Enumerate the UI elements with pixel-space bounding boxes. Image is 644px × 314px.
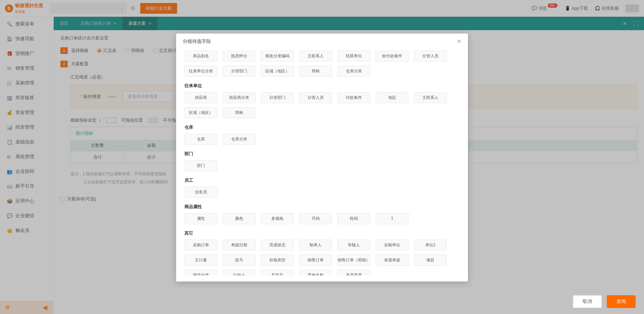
field-picker-modal: 分组待选字段 ✕ 商品别名拣货秤分税收分类编码主联系人结算单位收付款条件分管人员…: [176, 34, 468, 281]
field-chip[interactable]: 单据日期: [223, 240, 256, 251]
field-chip[interactable]: 分管人员: [299, 92, 332, 103]
field-chip[interactable]: 属性: [184, 213, 217, 224]
field-chip[interactable]: 业务员: [184, 187, 217, 198]
cancel-button[interactable]: 取消: [573, 295, 602, 308]
field-chip[interactable]: 税收分类编码: [261, 51, 294, 62]
field-chip[interactable]: 仓库分类: [337, 66, 370, 77]
field-chip[interactable]: 付款条件: [337, 92, 370, 103]
field-chip[interactable]: 是否开票: [337, 270, 370, 275]
field-chip[interactable]: 结算单位: [337, 51, 370, 62]
field-chip[interactable]: 分管人员: [414, 51, 447, 62]
field-chip[interactable]: 地区: [376, 92, 409, 103]
section-title: 往来单位: [184, 83, 460, 89]
field-chip[interactable]: 项目: [414, 255, 447, 266]
close-icon[interactable]: ✕: [457, 38, 461, 45]
field-chip[interactable]: 供应商分类: [223, 92, 256, 103]
field-chip[interactable]: 尺码: [299, 213, 332, 224]
field-chip[interactable]: 简称: [223, 107, 256, 118]
field-chip[interactable]: 简称: [299, 66, 332, 77]
field-chip[interactable]: 项目分类: [184, 270, 217, 275]
field-chip[interactable]: 零件名称: [299, 270, 332, 275]
modal-title: 分组待选字段: [183, 39, 211, 45]
field-chip[interactable]: 采购单位: [376, 240, 409, 251]
field-chip[interactable]: 来源单据: [376, 255, 409, 266]
section-title: 员工: [184, 177, 460, 183]
field-chip[interactable]: 车架号: [261, 270, 294, 275]
field-chip[interactable]: 颜色: [223, 213, 256, 224]
field-chip[interactable]: 审核人: [337, 240, 370, 251]
field-chip[interactable]: 主联系人: [414, 92, 447, 103]
horizontal-scrollbar[interactable]: [183, 275, 461, 279]
field-chip[interactable]: 价格类型: [261, 255, 294, 266]
field-chip[interactable]: 主联系人: [299, 51, 332, 62]
field-chip[interactable]: 多规格: [261, 213, 294, 224]
field-chip[interactable]: 制单人: [299, 240, 332, 251]
field-chip[interactable]: 主计量: [184, 255, 217, 266]
field-chip[interactable]: 往来单位分类: [184, 66, 217, 77]
query-button[interactable]: 查询: [607, 295, 636, 308]
field-chip[interactable]: 收付款条件: [376, 51, 409, 62]
field-chip[interactable]: 拣货秤分: [223, 51, 256, 62]
field-chip[interactable]: 供应商: [184, 92, 217, 103]
field-chip[interactable]: 批号: [223, 255, 256, 266]
field-chip[interactable]: 销售订单: [299, 255, 332, 266]
field-chip[interactable]: 仓库分类: [223, 134, 256, 145]
field-chip[interactable]: 单位2: [414, 240, 447, 251]
field-chip[interactable]: 区域（地区）: [184, 107, 217, 118]
field-chip[interactable]: 1: [376, 213, 409, 224]
section-title: 其它: [184, 230, 460, 236]
field-chip[interactable]: 行中止: [223, 270, 256, 275]
field-chip[interactable]: 销售订单（明细）: [337, 255, 370, 266]
section-title: 部门: [184, 151, 460, 157]
section-title: 仓库: [184, 124, 460, 130]
field-chip[interactable]: 部门: [184, 160, 217, 171]
section-title: 商品属性: [184, 204, 460, 210]
field-chip[interactable]: 分管部门: [261, 92, 294, 103]
field-chip[interactable]: 仓库: [184, 134, 217, 145]
field-chip[interactable]: 采购订单: [184, 240, 217, 251]
field-chip[interactable]: 完成状态: [261, 240, 294, 251]
field-chip[interactable]: 鞋码: [337, 213, 370, 224]
field-chip[interactable]: 商品别名: [184, 51, 217, 62]
field-chip[interactable]: 分管部门: [223, 66, 256, 77]
field-chip[interactable]: 区域（地区）: [261, 66, 294, 77]
